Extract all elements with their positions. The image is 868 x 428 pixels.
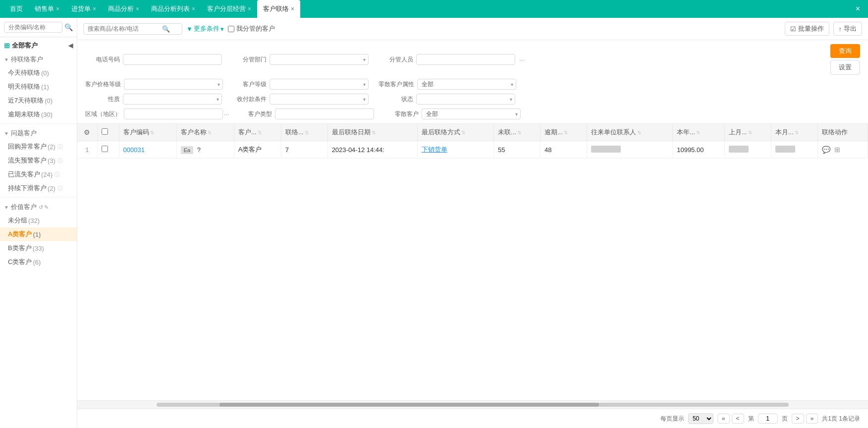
filter-pay-condition: 收付款条件 ▾ — [232, 94, 371, 105]
person-more-icon[interactable]: ··· — [519, 56, 525, 63]
table-settings-icon[interactable]: ⚙ — [84, 128, 90, 136]
name-text: ? — [197, 146, 201, 154]
nav-purchase[interactable]: 进货单 × — [65, 0, 102, 18]
sidebar-search-icon[interactable]: 🔍 — [64, 23, 73, 31]
cell-last-contact-method[interactable]: 下销货单 — [417, 141, 493, 159]
page-number-input[interactable] — [758, 414, 778, 424]
sidebar-item-class-a[interactable]: A类客户 (1) — [0, 227, 77, 241]
th-this-year[interactable]: 本年... ⇅ — [673, 124, 725, 141]
sidebar-item-churned[interactable]: 已流失客户 (24) ⓘ — [0, 167, 77, 181]
sidebar-item-class-b[interactable]: B类客户 (33) — [0, 241, 77, 255]
nav-product-analysis-list-close[interactable]: × — [192, 5, 195, 12]
filter-search-input[interactable] — [88, 25, 162, 32]
status-input[interactable] — [416, 94, 515, 105]
region-dots-icon[interactable]: ··· — [224, 110, 229, 118]
edit-icon[interactable]: ✎ — [44, 204, 49, 211]
horizontal-scrollbar[interactable] — [157, 403, 789, 407]
region-input[interactable] — [124, 108, 223, 119]
price-level-input[interactable] — [124, 79, 223, 90]
collapse-icon[interactable]: ◀ — [68, 42, 73, 49]
select-all-checkbox[interactable] — [102, 128, 108, 135]
batch-action-btn[interactable]: ☑ 批量操作 — [785, 22, 829, 36]
nav-sales[interactable]: 销售单 × — [29, 0, 65, 18]
sidebar-search-input[interactable] — [4, 22, 62, 33]
th-settings[interactable]: ⚙ — [77, 124, 97, 141]
settings-button[interactable]: 设置 — [830, 60, 860, 75]
th-last-month[interactable]: 上月... ⇅ — [724, 124, 771, 141]
first-page-btn[interactable]: « — [717, 414, 730, 424]
close-all-tabs[interactable]: × — [852, 4, 864, 13]
th-last-contact-method[interactable]: 最后联络方式 ⇅ — [417, 124, 493, 141]
nav-customer-segment-close[interactable]: × — [248, 5, 251, 12]
nav-customer-segment[interactable]: 客户分层经营 × — [201, 0, 257, 18]
export-btn[interactable]: ↑ 导出 — [833, 22, 863, 36]
cell-checkbox[interactable] — [97, 141, 119, 159]
customer-level-input[interactable] — [270, 79, 369, 90]
problem-customers-header[interactable]: ▼ 问题客户 — [0, 126, 77, 140]
retail-attr-input[interactable] — [417, 79, 516, 90]
customer-type-input[interactable] — [275, 108, 374, 119]
sidebar-item-churn-warning[interactable]: 流失预警客户 (3) ⓘ — [0, 154, 77, 167]
filter-search-icon[interactable]: 🔍 — [162, 25, 170, 33]
th-this-month[interactable]: 本月... ⇅ — [771, 124, 817, 141]
last-page-btn[interactable]: » — [806, 414, 818, 424]
cell-name[interactable]: Ea ? — [176, 141, 234, 159]
page-size-select[interactable]: 50 100 200 — [688, 413, 713, 424]
th-checkbox[interactable] — [97, 124, 119, 141]
filter-retail-customer: 零散客户 ▾ — [384, 108, 523, 119]
next-page-btn[interactable]: > — [792, 414, 804, 424]
my-customers-checkbox[interactable]: 我分管的客户 — [228, 24, 275, 33]
sidebar-item-overdue-contact[interactable]: 逾期未联络 (30) — [0, 107, 77, 121]
last-contact-method-link[interactable]: 下销货单 — [422, 146, 447, 153]
qr-icon[interactable]: ⊞ — [834, 146, 840, 154]
unit-contact-placeholder — [591, 146, 621, 153]
person-input[interactable] — [416, 54, 515, 65]
more-filters-btn[interactable]: ▼ 更多条件 ▾ — [186, 24, 224, 33]
nature-input[interactable] — [123, 94, 222, 105]
nav-product-analysis-list[interactable]: 商品分析列表 × — [145, 0, 201, 18]
th-last-contact-date[interactable]: 最后联络日期 ⇅ — [327, 124, 417, 141]
nav-purchase-close[interactable]: × — [93, 5, 96, 12]
table-header-row: ⚙ 客户编码 ⇅ 客户名称 — [77, 124, 868, 141]
nav-customer-contact-close[interactable]: × — [291, 5, 294, 12]
sidebar-item-class-c[interactable]: C类客户 (6) — [0, 255, 77, 269]
batch-icon: ☑ — [790, 25, 796, 33]
dept-select-wrapper: ▾ — [270, 54, 369, 65]
th-uncontacted[interactable]: 未联... ⇅ — [494, 124, 541, 141]
nav-home[interactable]: 首页 — [4, 0, 29, 18]
th-code[interactable]: 客户编码 ⇅ — [119, 124, 176, 141]
value-customers-header[interactable]: ▼ 价值客户 ↺ ✎ — [0, 200, 77, 214]
dept-input[interactable] — [270, 54, 369, 65]
chat-icon[interactable]: 💬 — [822, 146, 830, 154]
th-contact-count[interactable]: 联络... ⇅ — [281, 124, 327, 141]
sidebar-item-unclassified[interactable]: 未分组 (32) — [0, 214, 77, 227]
nav-customer-contact[interactable]: 客户联络 × — [257, 0, 300, 18]
th-overdue[interactable]: 逾期... ⇅ — [540, 124, 587, 141]
all-customers-header[interactable]: ⊞ 全部客户 ◀ — [0, 37, 77, 52]
sidebar-item-declining[interactable]: 持续下滑客户 (2) ⓘ — [0, 181, 77, 195]
sort-icon-contact: ⇅ — [305, 130, 309, 135]
query-button[interactable]: 查询 — [830, 44, 860, 58]
name-badge: Ea — [181, 146, 193, 154]
prev-page-btn[interactable]: < — [732, 414, 744, 424]
row-checkbox[interactable] — [102, 146, 108, 152]
retail-customer-input[interactable] — [422, 108, 521, 119]
sort-icon-date: ⇅ — [372, 130, 376, 135]
sidebar-item-today-contact[interactable]: 今天待联络 (0) — [0, 66, 77, 80]
sidebar-item-7days-contact[interactable]: 近7天待联络 (0) — [0, 94, 77, 107]
pending-contact-header[interactable]: ▼ 待联络客户 — [0, 52, 77, 66]
sidebar-item-repurchase-abnormal[interactable]: 回购异常客户 (2) ⓘ — [0, 140, 77, 154]
cell-code[interactable]: 000031 — [119, 141, 176, 159]
nav-product-analysis-close[interactable]: × — [136, 5, 139, 12]
nav-product-analysis[interactable]: 商品分析 × — [102, 0, 145, 18]
th-customer-level[interactable]: 客户... ⇅ — [234, 124, 281, 141]
my-customers-check[interactable] — [228, 26, 234, 32]
refresh-icon[interactable]: ↺ — [39, 204, 43, 211]
th-unit-contact[interactable]: 往来单位联系人 ⇅ — [587, 124, 672, 141]
sidebar-item-tomorrow-contact[interactable]: 明天待联络 (1) — [0, 80, 77, 94]
phone-input[interactable] — [123, 54, 222, 65]
scrollbar-thumb[interactable] — [219, 403, 599, 407]
th-name[interactable]: 客户名称 ⇅ — [176, 124, 234, 141]
nav-sales-close[interactable]: × — [56, 5, 59, 12]
pay-condition-input[interactable] — [270, 94, 369, 105]
